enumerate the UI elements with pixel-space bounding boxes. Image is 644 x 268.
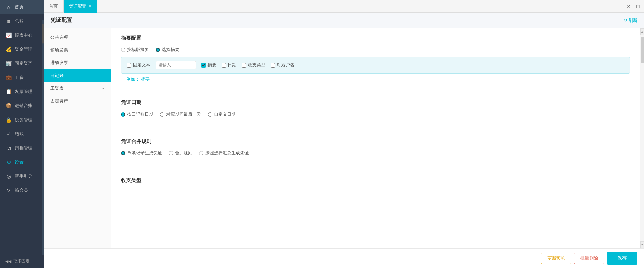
radio-template-summary-input[interactable] (121, 48, 125, 52)
sidebar-label-archive: 归档管理 (15, 145, 32, 151)
checkbox-counterparty-input[interactable] (271, 63, 275, 68)
sidebar-label-settings: 设置 (15, 159, 24, 165)
income-type-section: 收支类型 (121, 177, 630, 196)
sidebar-label-salary: 工资 (15, 75, 24, 81)
scrollbar-down-button[interactable]: ▼ (640, 241, 644, 248)
sidebar-item-closing[interactable]: ✓ 结账 (0, 127, 44, 141)
radio-journal-date-input[interactable] (121, 112, 125, 117)
checkbox-income-type-input[interactable] (242, 63, 246, 68)
tab-voucher[interactable]: 凭证配置 ✕ (64, 0, 97, 13)
radio-last-day[interactable]: 对应期间最后一天 (160, 111, 201, 117)
main-scrollbar: ▲ ▼ (640, 28, 644, 248)
checkbox-income-type[interactable]: 收支类型 (242, 62, 265, 68)
tab-bar: 首页 凭证配置 ✕ ✕ ⊡ (44, 0, 644, 13)
radio-journal-date[interactable]: 按日记账日期 (121, 111, 153, 117)
sidebar-scrollbar (42, 20, 44, 255)
left-nav: 公共选项 销项发票 进项发票 日记账 工资表 ▾ 固定资产 (44, 28, 111, 248)
vip-icon: V (5, 188, 12, 193)
invoice-icon: 📋 (5, 89, 12, 95)
scrollbar-thumb[interactable] (641, 37, 644, 63)
checkbox-abstract-input[interactable] (201, 63, 206, 68)
salary-icon: 💼 (5, 75, 12, 81)
radio-last-day-input[interactable] (160, 112, 164, 117)
tab-home[interactable]: 首页 (44, 0, 64, 13)
left-nav-item-sales-invoice[interactable]: 销项发票 (44, 44, 111, 56)
tax-icon: 🔒 (5, 117, 12, 123)
left-nav-item-payroll[interactable]: 工资表 ▾ (44, 82, 111, 95)
sidebar-item-invoice[interactable]: 📋 发票管理 (0, 85, 44, 99)
sidebar-item-home[interactable]: ⌂ 首页 (0, 0, 44, 14)
sidebar-unpin-button[interactable]: ◀◀ 取消固定 (0, 254, 44, 268)
radio-custom-date-input[interactable] (208, 112, 212, 117)
merge-options-row: 单条记录生成凭证 合并规则 按照选择汇总生成凭证 (121, 150, 630, 156)
checkbox-counterparty[interactable]: 对方户名 (271, 62, 294, 68)
tab-voucher-close[interactable]: ✕ (88, 4, 91, 8)
sidebar-item-settings[interactable]: ⚙ 设置 (0, 155, 44, 169)
left-nav-item-fixed-asset[interactable]: 固定资产 (44, 95, 111, 107)
page-header: 凭证配置 ↻ 刷新 (44, 13, 644, 28)
radio-merge-rules-input[interactable] (169, 151, 173, 155)
sidebar-item-ledger[interactable]: ≡ 总账 (0, 14, 44, 28)
page-title: 凭证配置 (50, 17, 72, 24)
date-section-title: 凭证日期 (121, 99, 630, 106)
unpin-icon: ◀◀ (5, 259, 11, 264)
sidebar-item-asset[interactable]: 🏢 固定资产 (0, 56, 44, 71)
left-nav-item-journal[interactable]: 日记账 (44, 69, 111, 82)
checkbox-date-input[interactable] (222, 63, 226, 68)
radio-merge-rules[interactable]: 合并规则 (169, 150, 192, 156)
checkbox-date[interactable]: 日期 (222, 62, 236, 68)
radio-summary-generate[interactable]: 按照选择汇总生成凭证 (199, 150, 249, 156)
income-type-section-title: 收支类型 (121, 177, 630, 184)
sidebar-label-report: 报表中心 (15, 32, 32, 38)
sidebar-item-vip[interactable]: V 畅会员 (0, 183, 44, 197)
scrollbar-up-button[interactable]: ▲ (640, 28, 644, 35)
checkbox-fixed-text[interactable]: 固定文本 (127, 62, 150, 68)
window-close-button[interactable]: ✕ (625, 2, 632, 10)
sidebar-item-report[interactable]: 📈 报表中心 (0, 28, 44, 42)
radio-custom-date[interactable]: 自定义日期 (208, 111, 236, 117)
window-resize-button[interactable]: ⊡ (635, 2, 641, 10)
sidebar-label-guide: 新手引导 (15, 173, 32, 179)
sidebar: ⌂ 首页 ≡ 总账 📈 报表中心 💰 资金管理 🏢 固定资产 💼 工资 📋 发票… (0, 0, 44, 268)
action-bar: 更新预览 批量删除 保存 (44, 248, 644, 268)
ledger-icon: ≡ (5, 18, 12, 24)
report-icon: 📈 (5, 32, 12, 38)
refresh-button[interactable]: ↻ 刷新 (623, 17, 637, 24)
summary-section-title: 摘要配置 (121, 35, 630, 41)
sidebar-item-guide[interactable]: ◎ 新手引导 (0, 169, 44, 183)
sidebar-item-salary[interactable]: 💼 工资 (0, 71, 44, 85)
sidebar-label-vip: 畅会员 (15, 187, 28, 193)
radio-template-summary[interactable]: 按模版摘要 (121, 47, 149, 53)
sidebar-item-tax[interactable]: 🔒 税务管理 (0, 113, 44, 127)
update-preview-button[interactable]: 更新预览 (541, 253, 571, 264)
guide-icon: ◎ (5, 173, 12, 179)
sidebar-item-trade[interactable]: 📦 进销台账 (0, 99, 44, 113)
radio-select-summary-input[interactable] (156, 48, 160, 52)
tab-home-label: 首页 (49, 3, 58, 9)
radio-single-record[interactable]: 单条记录生成凭证 (121, 150, 162, 156)
radio-summary-generate-input[interactable] (199, 151, 203, 155)
sidebar-label-home: 首页 (15, 4, 24, 10)
radio-single-record-input[interactable] (121, 151, 125, 155)
sidebar-label-fund: 资金管理 (15, 46, 32, 52)
sidebar-label-tax: 税务管理 (15, 117, 32, 123)
sidebar-label-invoice: 发票管理 (15, 89, 32, 95)
trade-icon: 📦 (5, 103, 12, 109)
radio-select-summary[interactable]: 选择摘要 (156, 47, 179, 53)
summary-section: 摘要配置 按模版摘要 选择摘要 (121, 35, 630, 89)
checkbox-abstract[interactable]: 摘要 (201, 62, 216, 68)
refresh-icon: ↻ (623, 18, 627, 23)
sidebar-item-fund[interactable]: 💰 资金管理 (0, 42, 44, 56)
date-section: 凭证日期 按日记账日期 对应期间最后一天 自定义日期 (121, 99, 630, 128)
left-nav-item-purchase-invoice[interactable]: 进项发票 (44, 56, 111, 69)
save-button[interactable]: 保存 (607, 252, 637, 265)
checkbox-fixed-text-input[interactable] (127, 63, 131, 68)
sidebar-label-ledger: 总账 (15, 18, 24, 24)
left-nav-item-public[interactable]: 公共选项 (44, 31, 111, 44)
tab-bar-actions: ✕ ⊡ (625, 2, 644, 10)
batch-delete-button[interactable]: 批量删除 (574, 253, 604, 264)
sidebar-item-archive[interactable]: 🗂 归档管理 (0, 141, 44, 155)
scrollbar-track[interactable] (640, 35, 644, 241)
main-area: 首页 凭证配置 ✕ ✕ ⊡ 凭证配置 ↻ 刷新 公共选项 销项发票 (44, 0, 644, 268)
fixed-text-input[interactable] (156, 61, 196, 69)
